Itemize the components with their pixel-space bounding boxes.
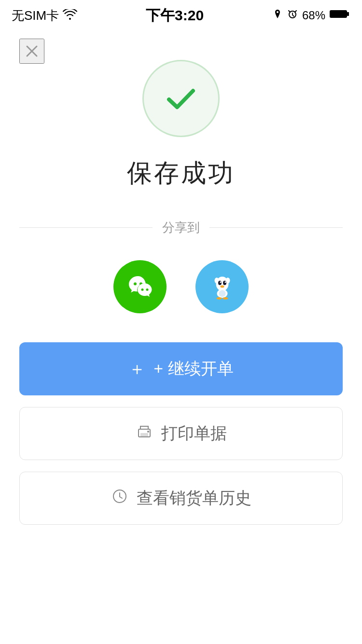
status-right: 68%	[272, 8, 350, 23]
continue-plus-icon: ＋	[128, 357, 146, 381]
print-button[interactable]: 打印单据	[19, 407, 343, 460]
svg-rect-2	[347, 12, 349, 16]
svg-rect-22	[140, 433, 148, 437]
carrier-text: 无SIM卡	[12, 7, 59, 24]
svg-point-23	[147, 431, 149, 433]
svg-point-14	[220, 281, 221, 283]
status-left: 无SIM卡	[12, 7, 77, 24]
share-icons	[19, 260, 343, 313]
print-icon	[135, 422, 153, 445]
actions-section: ＋ + 继续开单 打印单据 查看销货单历	[0, 342, 362, 525]
svg-point-13	[223, 280, 226, 285]
history-label: 查看销货单历史	[137, 487, 251, 509]
svg-point-16	[220, 285, 224, 288]
svg-point-19	[216, 297, 222, 299]
success-icon-circle	[142, 60, 220, 137]
svg-point-12	[218, 280, 222, 285]
share-section: 分享到	[0, 219, 362, 313]
success-title: 保存成功	[127, 156, 235, 190]
divider-line-right	[209, 227, 343, 228]
share-divider: 分享到	[19, 219, 343, 236]
wechat-share-button[interactable]	[113, 260, 167, 313]
continue-button[interactable]: ＋ + 继续开单	[19, 342, 343, 395]
divider-line-left	[19, 227, 153, 228]
status-bar: 无SIM卡 下午3:20 68%	[0, 0, 362, 31]
svg-rect-1	[330, 10, 347, 18]
svg-point-5	[134, 282, 137, 285]
history-button[interactable]: 查看销货单历史	[19, 472, 343, 525]
svg-point-18	[219, 290, 225, 297]
wifi-icon	[63, 8, 77, 23]
location-icon	[272, 9, 283, 22]
history-icon	[111, 487, 129, 509]
share-label: 分享到	[162, 219, 200, 236]
main-content: 保存成功 分享到 ＋ +	[0, 31, 362, 525]
alarm-icon	[287, 8, 298, 23]
svg-point-15	[224, 281, 226, 283]
print-label: 打印单据	[161, 422, 227, 445]
close-button[interactable]	[19, 39, 44, 64]
battery-icon	[329, 9, 350, 22]
svg-point-20	[223, 297, 228, 299]
svg-point-7	[141, 288, 143, 291]
qq-share-button[interactable]	[195, 260, 249, 313]
battery-text: 68%	[302, 9, 325, 22]
status-time: 下午3:20	[146, 6, 204, 26]
continue-label: + 继续开单	[153, 358, 233, 380]
svg-point-8	[146, 288, 148, 291]
